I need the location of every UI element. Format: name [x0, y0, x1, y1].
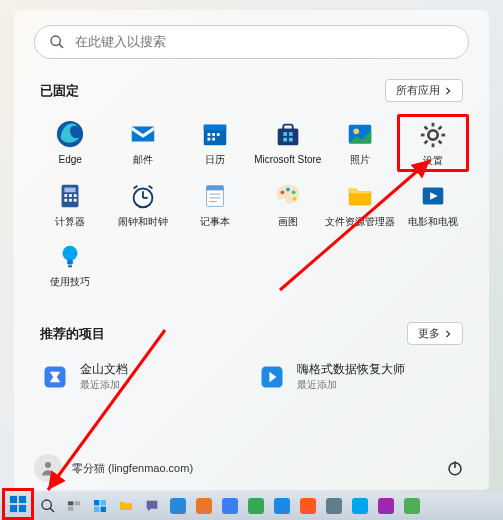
taskbar-app[interactable]: [192, 494, 216, 518]
chevron-right-icon: [444, 87, 452, 95]
svg-rect-72: [101, 507, 106, 512]
svg-rect-14: [289, 132, 293, 136]
svg-rect-12: [283, 125, 292, 131]
svg-rect-77: [274, 498, 290, 514]
app-calculator[interactable]: 计算器: [34, 176, 107, 232]
mail-icon: [127, 118, 159, 150]
svg-rect-79: [326, 498, 342, 514]
widgets-icon: [92, 498, 108, 514]
svg-rect-10: [212, 138, 215, 141]
app-icon: [326, 498, 342, 514]
app-icon: [196, 498, 212, 514]
svg-rect-70: [101, 500, 106, 505]
taskbar-app[interactable]: [166, 494, 190, 518]
svg-rect-75: [222, 498, 238, 514]
taskbar-app[interactable]: [374, 494, 398, 518]
app-explorer[interactable]: 文件资源管理器: [324, 176, 397, 232]
taskbar-app[interactable]: [218, 494, 242, 518]
taskbar-explorer[interactable]: [114, 494, 138, 518]
pinned-grid: Edge 邮件 日历 Microsoft Store 照片 设置 计算器 闹钟: [34, 114, 469, 292]
recommended-item[interactable]: 嗨格式数据恢复大师 最近添加: [257, 361, 464, 392]
svg-rect-35: [74, 199, 77, 202]
app-icon: [274, 498, 290, 514]
svg-point-64: [42, 500, 51, 509]
app-settings[interactable]: 设置: [397, 114, 470, 172]
svg-rect-81: [378, 498, 394, 514]
app-tips[interactable]: 使用技巧: [34, 236, 107, 292]
start-footer: 零分猫 (lingfenmao.com): [34, 454, 469, 482]
pinned-title: 已固定: [40, 82, 79, 100]
recommended-list: 金山文档 最近添加 嗨格式数据恢复大师 最近添加: [34, 357, 469, 396]
calendar-icon: [199, 118, 231, 150]
taskbar-app[interactable]: [400, 494, 424, 518]
tips-icon: [54, 240, 86, 272]
svg-line-65: [50, 508, 54, 512]
store-icon: [272, 118, 304, 150]
svg-rect-82: [404, 498, 420, 514]
gear-icon: [417, 119, 449, 151]
app-movies[interactable]: 电影和电视: [397, 176, 470, 232]
svg-rect-80: [352, 498, 368, 514]
svg-point-47: [292, 190, 296, 194]
chat-icon: [144, 498, 160, 514]
svg-rect-78: [300, 498, 316, 514]
svg-line-24: [424, 127, 427, 130]
app-store[interactable]: Microsoft Store: [252, 114, 325, 172]
edge-icon: [54, 118, 86, 150]
taskbar-app[interactable]: [296, 494, 320, 518]
taskbar-app[interactable]: [244, 494, 268, 518]
app-mail[interactable]: 邮件: [107, 114, 180, 172]
movies-icon: [417, 180, 449, 212]
svg-line-25: [438, 141, 441, 144]
recommended-item[interactable]: 金山文档 最近添加: [40, 361, 247, 392]
taskbar-app[interactable]: [322, 494, 346, 518]
taskbar-chat[interactable]: [140, 494, 164, 518]
taskbar-search[interactable]: [36, 494, 60, 518]
app-notepad[interactable]: 记事本: [179, 176, 252, 232]
svg-rect-62: [10, 505, 17, 512]
power-icon: [446, 459, 464, 477]
all-apps-button[interactable]: 所有应用: [385, 79, 463, 102]
app-icon: [257, 362, 287, 392]
app-alarms[interactable]: 闹钟和时钟: [107, 176, 180, 232]
app-icon: [170, 498, 186, 514]
svg-rect-71: [94, 507, 99, 512]
chevron-right-icon: [444, 330, 452, 338]
app-photos[interactable]: 照片: [324, 114, 397, 172]
user-account[interactable]: 零分猫 (lingfenmao.com): [34, 454, 193, 482]
folder-icon: [344, 180, 376, 212]
app-calendar[interactable]: 日历: [179, 114, 252, 172]
app-icon: [404, 498, 420, 514]
app-paint[interactable]: 画图: [252, 176, 325, 232]
search-input[interactable]: 在此键入以搜索: [34, 25, 469, 59]
notepad-icon: [199, 180, 231, 212]
svg-rect-66: [68, 501, 73, 505]
svg-point-46: [286, 188, 290, 192]
svg-point-18: [354, 128, 360, 134]
app-edge[interactable]: Edge: [34, 114, 107, 172]
search-icon: [49, 34, 65, 50]
search-placeholder: 在此键入以搜索: [75, 33, 166, 51]
taskbar-widgets[interactable]: [88, 494, 112, 518]
svg-rect-8: [217, 133, 220, 136]
svg-rect-15: [283, 138, 287, 142]
pinned-header: 已固定 所有应用: [34, 79, 469, 102]
svg-line-1: [59, 44, 63, 48]
svg-point-19: [428, 130, 437, 139]
start-button[interactable]: [2, 488, 34, 520]
svg-rect-52: [68, 265, 72, 267]
recommended-header: 推荐的项目 更多: [34, 322, 469, 345]
windows-icon: [9, 495, 27, 513]
more-button[interactable]: 更多: [407, 322, 463, 345]
recommended-title: 推荐的项目: [40, 325, 105, 343]
svg-rect-51: [67, 260, 73, 265]
taskbar-taskview[interactable]: [62, 494, 86, 518]
svg-rect-74: [196, 498, 212, 514]
power-button[interactable]: [441, 454, 469, 482]
svg-rect-6: [208, 133, 211, 136]
taskbar-app[interactable]: [348, 494, 372, 518]
svg-rect-61: [19, 496, 26, 503]
photos-icon: [344, 118, 376, 150]
taskbar-app[interactable]: [270, 494, 294, 518]
svg-rect-32: [74, 194, 77, 197]
